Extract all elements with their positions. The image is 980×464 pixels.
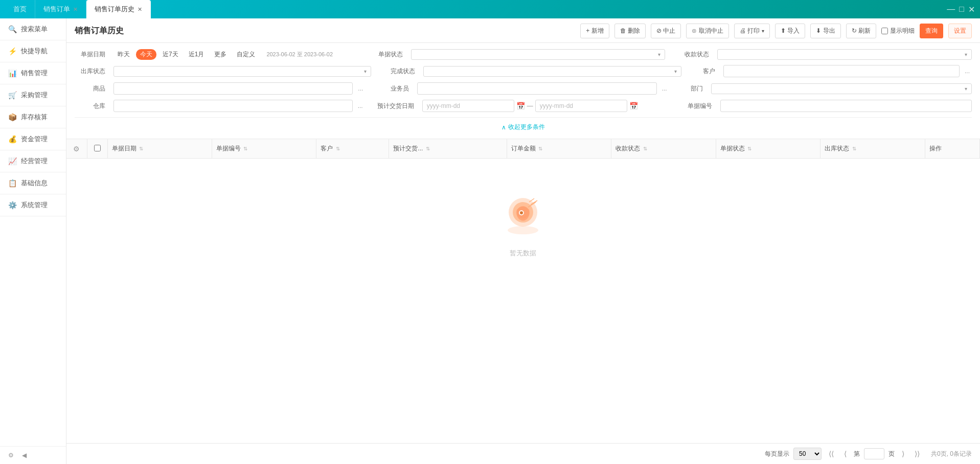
filter-row-1: 单据日期 昨天 今天 近7天 近1月 更多 自定义 2023-06-02 至 2…: [75, 49, 972, 60]
table-checkbox-header[interactable]: [87, 139, 107, 159]
col-customer-sort-icon[interactable]: ⇅: [336, 146, 340, 151]
import-button[interactable]: ⬆ 导入: [775, 24, 805, 38]
window-close-btn[interactable]: ✕: [968, 5, 975, 14]
customer-input[interactable]: [723, 65, 960, 77]
payment-status-select[interactable]: ▾: [717, 49, 972, 60]
order-no-input[interactable]: [720, 100, 972, 112]
delivery-end-calendar-icon[interactable]: 📅: [629, 102, 638, 110]
date-today-btn[interactable]: 今天: [136, 49, 156, 60]
stop-button[interactable]: ⊘ 中止: [651, 24, 681, 38]
salesperson-input[interactable]: [417, 82, 656, 95]
date-7days-btn[interactable]: 近7天: [158, 49, 183, 60]
window-min-btn[interactable]: —: [947, 5, 955, 14]
empty-state: 暂无数据: [66, 159, 980, 289]
salesperson-more-btn[interactable]: ...: [660, 85, 669, 92]
tab-sales-order-close[interactable]: ✕: [73, 6, 78, 13]
sidebar-item-purchase[interactable]: 🛒 采购管理: [0, 84, 66, 106]
new-button[interactable]: + 新增: [580, 24, 609, 38]
col-out-sort-icon[interactable]: ⇅: [852, 146, 856, 151]
sidebar-item-system[interactable]: ⚙️ 系统管理: [0, 194, 66, 216]
col-payment-sort-icon[interactable]: ⇅: [643, 146, 647, 151]
status-select[interactable]: ▾: [411, 49, 666, 60]
complete-status-arrow-icon: ▾: [674, 69, 677, 74]
sidebar-item-quicknav[interactable]: ⚡ 快捷导航: [0, 40, 66, 62]
col-payment-status: 收款状态 ⇅: [611, 139, 716, 159]
sidebar-item-basic-label: 基础信息: [21, 179, 48, 188]
goods-input[interactable]: [113, 82, 353, 95]
print-arrow-icon: ▾: [762, 28, 764, 34]
date-1month-btn[interactable]: 近1月: [185, 49, 209, 60]
table-settings-icon[interactable]: ⚙: [73, 145, 80, 153]
collapse-up-icon: ∧: [502, 124, 506, 131]
col-no: 单据编号 ⇅: [212, 139, 316, 159]
next-page-btn[interactable]: ⟩: [899, 448, 907, 459]
warehouse-control: ...: [113, 100, 365, 112]
collapse-btn[interactable]: ∧ 收起更多条件: [502, 121, 545, 132]
export-button[interactable]: ⬇ 导出: [810, 24, 840, 38]
settings-button[interactable]: 设置: [948, 24, 972, 38]
sidebar-item-operations[interactable]: 📈 经营管理: [0, 150, 66, 172]
query-button[interactable]: 查询: [920, 24, 943, 38]
col-amount-sort-icon[interactable]: ⇅: [538, 146, 542, 151]
sidebar-item-sales-label: 销售管理: [21, 69, 48, 78]
tab-sales-order-history[interactable]: 销售订单历史 ✕: [86, 0, 151, 18]
footer: 每页显示 50 10 20 100 ⟨⟨ ⟨ 第 1 页 ⟩ ⟩⟩ 共0页, 0…: [66, 443, 980, 464]
per-page-select[interactable]: 50 10 20 100: [793, 448, 822, 460]
sidebar-item-sales[interactable]: 📊 销售管理: [0, 62, 66, 84]
complete-status-select[interactable]: ▾: [423, 66, 681, 77]
sidebar-collapse-btn[interactable]: ◀: [22, 452, 27, 459]
page-input[interactable]: 1: [864, 448, 884, 459]
table-settings-header[interactable]: ⚙: [66, 139, 87, 159]
col-date-sort-icon[interactable]: ⇅: [139, 146, 143, 151]
window-max-btn[interactable]: □: [959, 5, 964, 14]
date-custom-btn[interactable]: 自定义: [233, 49, 259, 60]
table-select-all-checkbox[interactable]: [94, 145, 101, 151]
col-doc-sort-icon[interactable]: ⇅: [747, 146, 751, 151]
warehouse-input[interactable]: [113, 100, 353, 112]
payment-status-label: 收款状态: [673, 50, 709, 59]
warehouse-more-btn[interactable]: ...: [356, 102, 365, 109]
refresh-button[interactable]: ↻ 刷新: [846, 24, 876, 38]
sidebar-item-search[interactable]: 🔍 搜索菜单: [0, 18, 66, 40]
basic-icon: 📋: [8, 179, 17, 187]
filter-row-2: 出库状态 ▾ 完成状态 ▾ 客户 ...: [75, 65, 972, 77]
cancel-stop-button[interactable]: ⊙ 取消中止: [686, 24, 728, 38]
delivery-label: 预计交货日期: [373, 102, 414, 111]
print-button[interactable]: 🖨 打印 ▾: [734, 24, 770, 38]
display-cols-checkbox[interactable]: [881, 28, 888, 34]
col-no-sort-icon[interactable]: ⇅: [243, 146, 247, 151]
sidebar-item-finance[interactable]: 💰 资金管理: [0, 128, 66, 150]
tab-sales-order-label: 销售订单: [43, 5, 70, 14]
delivery-start-input[interactable]: [422, 100, 514, 112]
prev-page-btn[interactable]: ⟨: [841, 448, 850, 459]
out-status-select[interactable]: ▾: [113, 66, 371, 77]
empty-text: 暂无数据: [510, 249, 536, 258]
delivery-start-calendar-icon[interactable]: 📅: [516, 102, 525, 110]
sidebar-settings-btn[interactable]: ⚙: [8, 452, 14, 459]
sidebar-item-basic[interactable]: 📋 基础信息: [0, 172, 66, 194]
first-page-btn[interactable]: ⟨⟨: [826, 448, 837, 459]
content-area: 销售订单历史 + 新增 🗑 删除 ⊘ 中止 ⊙ 取消中止 🖨 打印 ▾ ⬆ 导入…: [66, 18, 980, 464]
sidebar-item-inventory[interactable]: 📦 库存核算: [0, 106, 66, 128]
goods-more-btn[interactable]: ...: [356, 85, 365, 92]
sidebar-item-purchase-label: 采购管理: [21, 91, 48, 100]
col-delivery-sort-icon[interactable]: ⇅: [426, 146, 430, 151]
last-page-btn[interactable]: ⟩⟩: [911, 448, 923, 459]
customer-more-btn[interactable]: ...: [963, 68, 972, 75]
delivery-end-input[interactable]: [535, 100, 627, 112]
delete-button[interactable]: 🗑 删除: [614, 24, 646, 38]
tab-sales-order-history-close[interactable]: ✕: [138, 6, 142, 13]
sidebar-item-operations-label: 经营管理: [21, 157, 48, 166]
complete-status-label: 完成状态: [379, 67, 415, 76]
col-doc-status-label: 单据状态: [720, 145, 745, 152]
col-action: 操作: [925, 139, 979, 159]
dept-select[interactable]: ▾: [711, 83, 972, 94]
date-quick-btns: 昨天 今天 近7天 近1月 更多 自定义: [113, 49, 259, 60]
tab-home[interactable]: 首页: [5, 0, 35, 18]
sidebar-item-quicknav-label: 快捷导航: [21, 47, 48, 56]
date-yesterday-btn[interactable]: 昨天: [113, 49, 134, 60]
purchase-icon: 🛒: [8, 91, 17, 99]
tab-sales-order[interactable]: 销售订单 ✕: [35, 0, 86, 18]
date-more-btn[interactable]: 更多: [210, 49, 231, 60]
print-label: 🖨 打印: [740, 27, 760, 35]
